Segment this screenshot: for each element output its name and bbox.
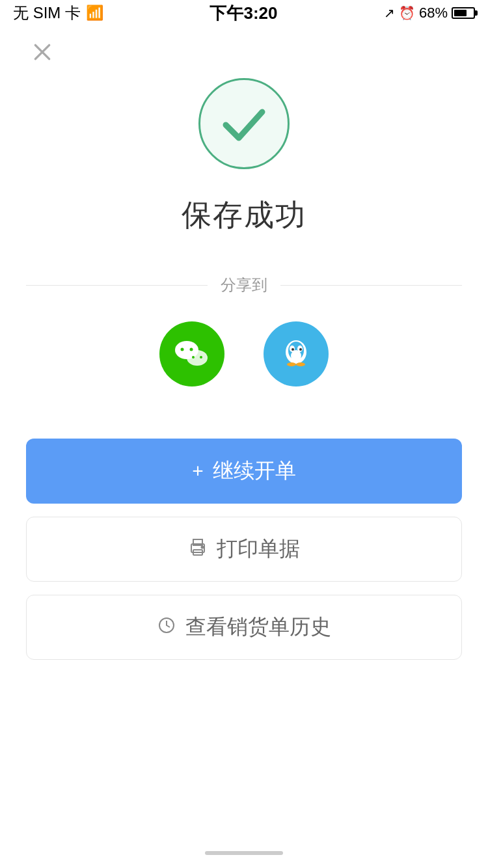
alarm-icon: ⏰ — [399, 5, 415, 21]
close-icon — [32, 42, 53, 62]
battery-fill — [454, 10, 467, 16]
success-circle — [198, 78, 290, 169]
svg-point-7 — [200, 356, 202, 359]
share-label: 分享到 — [208, 275, 280, 295]
nav-indicator — [205, 851, 283, 855]
svg-point-3 — [187, 350, 208, 366]
share-icons-container — [0, 321, 488, 387]
status-left: 无 SIM 卡 📶 — [13, 3, 103, 23]
status-right: ↗ ⏰ 68% — [384, 5, 475, 21]
wifi-icon: 📶 — [86, 5, 103, 21]
qq-icon — [277, 334, 315, 374]
divider-right — [280, 285, 462, 286]
continue-order-label: 继续开单 — [213, 457, 296, 485]
divider-left — [26, 285, 208, 286]
view-history-label: 查看销货单历史 — [185, 613, 331, 642]
svg-point-4 — [181, 348, 184, 351]
print-icon — [188, 537, 208, 562]
print-receipt-button[interactable]: 打印单据 — [26, 517, 462, 582]
history-icon — [157, 616, 176, 640]
status-bar: 无 SIM 卡 📶 下午3:20 ↗ ⏰ 68% — [0, 0, 488, 26]
svg-point-17 — [291, 350, 301, 362]
svg-point-12 — [291, 348, 294, 351]
print-receipt-label: 打印单据 — [217, 535, 300, 563]
svg-point-16 — [296, 362, 305, 366]
close-button[interactable] — [26, 36, 59, 68]
success-title: 保存成功 — [182, 195, 306, 236]
battery-icon — [452, 7, 475, 19]
qq-share-button[interactable] — [264, 321, 329, 387]
action-buttons: + 继续开单 打印单据 查看销货单历史 — [0, 439, 488, 660]
svg-point-13 — [299, 348, 302, 351]
main-content: 保存成功 分享到 — [0, 26, 488, 660]
checkmark-icon — [218, 98, 270, 150]
share-section: 分享到 — [0, 275, 488, 387]
wechat-share-button[interactable] — [159, 321, 224, 387]
battery-text: 68% — [419, 5, 448, 21]
svg-point-15 — [287, 362, 296, 366]
status-time: 下午3:20 — [210, 2, 277, 25]
svg-point-6 — [192, 356, 195, 359]
svg-point-5 — [190, 348, 193, 351]
location-icon: ↗ — [384, 5, 395, 21]
share-divider: 分享到 — [0, 275, 488, 295]
sim-label: 无 SIM 卡 — [13, 3, 81, 23]
continue-order-button[interactable]: + 继续开单 — [26, 439, 462, 504]
svg-point-21 — [202, 546, 204, 548]
view-history-button[interactable]: 查看销货单历史 — [26, 595, 462, 660]
plus-icon: + — [192, 460, 204, 482]
wechat-icon — [172, 337, 211, 371]
